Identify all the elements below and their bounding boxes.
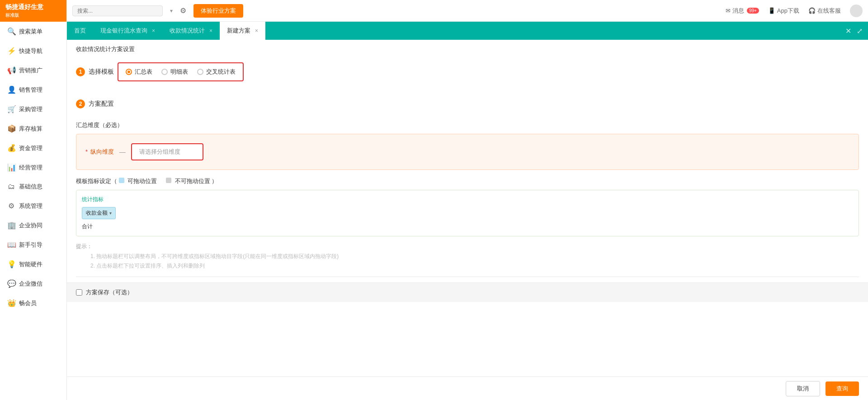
message-label: 消息 [732, 7, 744, 15]
divider [76, 277, 859, 277]
sidebar-item-wechat[interactable]: 💬 企业微信 [0, 274, 66, 293]
header-search-input[interactable] [72, 5, 163, 16]
sidebar-label-collab: 企业协同 [19, 221, 42, 230]
indicator-container: 统计指标 收款金额 ▾ 合计 [76, 190, 859, 236]
sidebar-label-sales: 销售管理 [19, 86, 42, 94]
sidebar-item-collab[interactable]: 🏢 企业协同 [0, 216, 66, 235]
download-label: App下载 [777, 7, 799, 15]
wechat-icon: 💬 [7, 279, 15, 288]
header-gear-icon[interactable]: ⚙ [180, 6, 186, 15]
sidebar-logo: 畅捷通好生意 标准版 [0, 0, 66, 22]
user-avatar[interactable] [850, 5, 863, 17]
indicator-setting: 模板指标设定（ 可拖动位置 不可拖动位置 ） 统计指标 [76, 177, 859, 236]
config-section: 汇总维度（必选） * 纵向维度 — 请选择分组维度 [67, 121, 868, 236]
cancel-button[interactable]: 取消 [786, 381, 820, 396]
sidebar-item-finance[interactable]: 💰 资金管理 [0, 138, 66, 158]
trial-button[interactable]: 体验行业方案 [193, 4, 243, 18]
tab-cashflow-close[interactable]: × [152, 28, 155, 34]
guide-icon: 📖 [7, 240, 15, 249]
template-summary[interactable]: 汇总表 [126, 68, 152, 76]
sidebar-label-inventory: 库存核算 [19, 125, 42, 133]
sidebar-item-basicinfo[interactable]: 🗂 基础信息 [0, 177, 66, 196]
app-edition: 标准版 [5, 12, 43, 19]
tab-home-label: 首页 [74, 27, 86, 35]
step1-title: 选择模板 [89, 68, 114, 76]
sidebar-label-marketing: 营销推广 [19, 66, 42, 75]
sidebar-item-guide[interactable]: 📖 新手引导 [0, 235, 66, 254]
sidebar-item-member[interactable]: 👑 畅会员 [0, 293, 66, 313]
tab-receivable[interactable]: 收款情况统计 × [162, 22, 220, 40]
hints-list: 1. 拖动标题栏可以调整布局，不可跨维度或指标区域拖动目字段(只能在同一维度或指… [76, 252, 859, 271]
step2-num: 2 [76, 99, 85, 108]
sidebar-item-hardware[interactable]: 💡 智能硬件 [0, 254, 66, 274]
sidebar-item-nav[interactable]: ⚡ 快捷导航 [0, 41, 66, 61]
basicinfo-icon: 🗂 [7, 183, 15, 191]
window-close-btn[interactable]: ✕ [845, 27, 851, 35]
step2-header: 2 方案配置 [76, 94, 859, 114]
dimension-arrow: — [119, 148, 126, 155]
step1-section: 1 选择模板 汇总表 明细表 [67, 57, 868, 94]
tab-cashflow-label: 现金银行流水查询 [100, 27, 147, 35]
sidebar-label-hardware: 智能硬件 [19, 260, 42, 268]
save-checkbox[interactable] [76, 289, 82, 296]
template-crosstab[interactable]: 交叉统计表 [197, 68, 236, 76]
sidebar-item-inventory[interactable]: 📦 库存核算 [0, 119, 66, 138]
finance-icon: 💰 [7, 144, 15, 152]
sidebar-item-management[interactable]: 📊 经营管理 [0, 158, 66, 177]
footer-bar: 取消 查询 [67, 376, 868, 400]
template-crosstab-label: 交叉统计表 [206, 68, 236, 76]
vertical-dimension-row: * 纵向维度 — 请选择分组维度 [85, 143, 849, 160]
summary-dimension-label: 汇总维度（必选） [76, 121, 859, 129]
hint-1: 1. 拖动标题栏可以调整布局，不可跨维度或指标区域拖动目字段(只能在同一维度或指… [90, 252, 859, 262]
indicator-header: 模板指标设定（ 可拖动位置 不可拖动位置 ） [76, 177, 859, 185]
message-button[interactable]: ✉ 消息 99+ [726, 7, 759, 15]
bottom-save: 方案保存（可选） [67, 282, 868, 302]
tab-newplan-close[interactable]: × [255, 28, 258, 34]
indicator-setting-label: 模板指标设定（ 可拖动位置 不可拖动位置 ） [76, 177, 217, 185]
sidebar-item-purchase[interactable]: 🛒 采购管理 [0, 99, 66, 119]
sidebar-label-search: 搜索菜单 [19, 28, 42, 36]
header-dropdown-arrow[interactable]: ▾ [170, 8, 173, 14]
draggable-badge [119, 178, 124, 183]
chip-amount-label: 收款金额 [86, 209, 108, 217]
management-icon: 📊 [7, 163, 15, 172]
message-badge: 99+ [747, 8, 759, 14]
template-detail-label: 明细表 [170, 68, 188, 76]
template-select-area: 汇总表 明细表 交叉统计表 [118, 62, 244, 81]
step1-num: 1 [76, 67, 85, 76]
online-service-button[interactable]: 🎧 在线客服 [808, 7, 841, 15]
tab-cashflow[interactable]: 现金银行流水查询 × [93, 22, 162, 40]
step1-header: 1 选择模板 汇总表 明细表 [76, 57, 859, 87]
sidebar-item-search[interactable]: 🔍 搜索菜单 [0, 22, 66, 41]
tab-newplan[interactable]: 新建方案 × [220, 22, 265, 40]
hardware-icon: 💡 [7, 260, 15, 268]
download-icon: 📱 [768, 7, 775, 14]
tab-home[interactable]: 首页 [67, 22, 93, 40]
indicator-sub-total: 合计 [82, 223, 853, 231]
sidebar-item-system[interactable]: ⚙ 系统管理 [0, 196, 66, 216]
content-inner: 收款情况统计方案设置 1 选择模板 汇总表 [67, 40, 868, 376]
breadcrumb: 收款情况统计方案设置 [67, 40, 868, 57]
template-detail[interactable]: 明细表 [161, 68, 188, 76]
query-button[interactable]: 查询 [826, 381, 859, 396]
sidebar-label-system: 系统管理 [19, 202, 42, 210]
sidebar-item-marketing[interactable]: 📢 营销推广 [0, 61, 66, 80]
dimension-area: * 纵向维度 — 请选择分组维度 [76, 134, 859, 170]
save-label: 方案保存（可选） [86, 288, 133, 296]
search-icon: 🔍 [7, 27, 15, 36]
dimension-select-box[interactable]: 请选择分组维度 [131, 143, 203, 160]
radio-detail-circle [161, 69, 168, 75]
indicator-chip-amount[interactable]: 收款金额 ▾ [82, 207, 116, 219]
tab-receivable-close[interactable]: × [209, 28, 212, 34]
indicator-group-label: 统计指标 [82, 196, 853, 203]
app-download-button[interactable]: 📱 App下载 [768, 7, 799, 15]
header-right: ✉ 消息 99+ 📱 App下载 🎧 在线客服 [726, 5, 863, 17]
marketing-icon: 📢 [7, 66, 15, 75]
chip-arrow-icon: ▾ [109, 211, 112, 216]
sidebar-label-wechat: 企业微信 [19, 280, 42, 288]
tab-newplan-label: 新建方案 [227, 27, 250, 35]
window-expand-btn[interactable]: ⤢ [857, 27, 863, 35]
nav-icon: ⚡ [7, 47, 15, 55]
required-star: * [85, 148, 88, 155]
sidebar-item-sales[interactable]: 👤 销售管理 [0, 80, 66, 99]
